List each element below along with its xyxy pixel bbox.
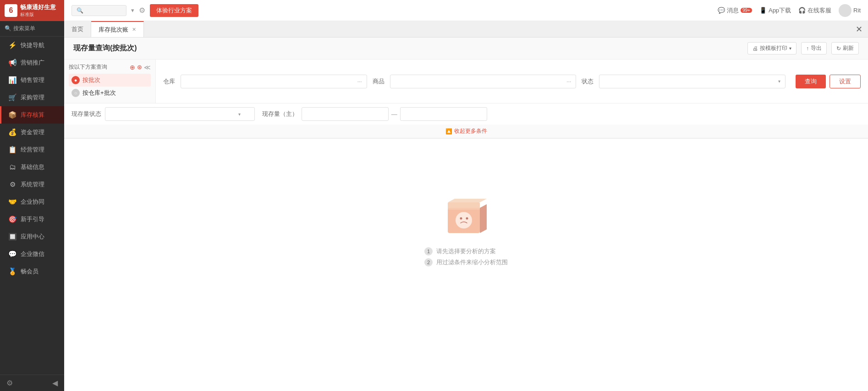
messages-button[interactable]: 💬 消息 99+ [718, 6, 752, 15]
sidebar-item-purchase[interactable]: 🛒 采购管理 [0, 89, 64, 106]
collapse-bar[interactable]: 🔼 收起更多条件 [64, 125, 868, 138]
tab-close-icon[interactable]: ✕ [132, 27, 136, 33]
topbar-search-icon: 🔍 [77, 7, 83, 14]
phone-icon: 📱 [759, 7, 767, 14]
sidebar-item-appstore[interactable]: 🔲 应用中心 [0, 228, 64, 245]
empty-hints: 1 请先选择要分析的方案 2 用过滤条件来缩小分析范围 [424, 247, 508, 266]
tab-bar: 首页 库存批次账 ✕ ✕ [64, 21, 868, 38]
topbar-settings-icon[interactable]: ⚙ [139, 6, 145, 15]
collapse-scheme-button[interactable]: ≪ [144, 64, 151, 71]
print-icon: 🖨 [753, 45, 758, 52]
filter-group-stock-status: 现存量状态 ▾ [71, 107, 255, 121]
appstore-icon: 🔲 [8, 233, 17, 241]
user-profile-button[interactable]: Rit [839, 4, 861, 17]
enterprise-icon: 🤝 [8, 198, 17, 206]
warehouse-input[interactable]: ··· [181, 75, 367, 88]
scheme-item-warehouse-batch[interactable]: ○ 按仓库+批次 [69, 87, 151, 99]
filter-group-goods: 商品 ··· [373, 75, 577, 88]
export-button[interactable]: ↑ 导出 [801, 42, 827, 54]
sidebar-item-wechat[interactable]: 💬 企业微信 [0, 245, 64, 263]
industry-solution-button[interactable]: 体验行业方案 [150, 4, 198, 17]
sidebar-item-operation[interactable]: 📋 经营管理 [0, 141, 64, 158]
filter-row-1: 按以下方案查询 ⊕ ⊛ ≪ ● 按批次 ○ 按仓库+批次 [64, 60, 868, 103]
settings-button[interactable]: 设置 [830, 75, 861, 88]
topbar-dropdown-icon[interactable]: ▾ [131, 7, 134, 14]
scheme-settings-icon[interactable]: ⊛ [137, 64, 142, 71]
online-service-button[interactable]: 🎧 在线客服 [798, 6, 831, 15]
topbar-search-bar[interactable]: 🔍 [71, 5, 126, 16]
goods-more-icon[interactable]: ··· [566, 78, 571, 85]
svg-point-4 [456, 212, 472, 228]
stock-qty-to-input[interactable] [400, 107, 487, 121]
sidebar-item-label: 销售管理 [21, 76, 44, 84]
system-icon: ⚙ [8, 180, 17, 189]
sidebar-item-marketing[interactable]: 📢 营销推广 [0, 54, 64, 71]
tab-home[interactable]: 首页 [64, 21, 91, 37]
empty-hint-2: 2 用过滤条件来缩小分析范围 [424, 258, 508, 266]
scheme-inactive-icon: ○ [71, 89, 80, 97]
print-button[interactable]: 🖨 按模板打印 ▾ [747, 42, 797, 54]
goods-input[interactable]: ··· [390, 75, 577, 88]
svg-marker-2 [480, 204, 487, 233]
query-button[interactable]: 查询 [796, 75, 826, 88]
tab-home-label: 首页 [71, 25, 83, 33]
page-header: 现存量查询(按批次) 🖨 按模板打印 ▾ ↑ 导出 ↻ 刷新 [64, 38, 868, 60]
scheme-item-batch[interactable]: ● 按批次 [69, 74, 151, 87]
messages-badge: 99+ [741, 8, 752, 13]
scheme-label-batch: 按批次 [82, 76, 100, 84]
sidebar-item-finance[interactable]: 💰 资金管理 [0, 124, 64, 141]
topbar: 🔍 ▾ ⚙ 体验行业方案 💬 消息 99+ 📱 App下载 🎧 在线客服 [64, 0, 868, 21]
sidebar-item-label: 库存核算 [21, 111, 44, 119]
search-icon: 🔍 [5, 25, 11, 32]
filter-group-warehouse: 仓库 ··· [163, 75, 367, 88]
warehouse-more-icon[interactable]: ··· [357, 78, 362, 85]
status-select[interactable]: ▾ [599, 75, 786, 88]
page-title: 现存量查询(按批次) [73, 43, 137, 53]
sidebar-item-inventory[interactable]: 📦 库存核算 [0, 106, 64, 124]
sidebar-item-label: 畅会员 [21, 267, 38, 276]
brand-edition: 标准版 [20, 11, 56, 17]
stock-qty-range: — [302, 107, 487, 121]
sidebar-search[interactable]: 🔍 搜索菜单 [0, 21, 64, 37]
app-download-button[interactable]: 📱 App下载 [759, 6, 791, 15]
sidebar-item-label: 系统管理 [21, 180, 44, 189]
wechat-icon: 💬 [8, 250, 17, 258]
stock-status-select[interactable]: ▾ [105, 107, 255, 121]
collapse-sidebar-icon[interactable]: ◀ [52, 379, 58, 387]
svg-rect-1 [448, 202, 480, 210]
sidebar-item-label: 企业微信 [21, 250, 44, 258]
stock-qty-label: 现存量（主） [262, 110, 298, 118]
print-dropdown-icon[interactable]: ▾ [789, 46, 791, 51]
range-separator: — [391, 111, 397, 118]
status-label: 状态 [582, 77, 595, 86]
settings-icon[interactable]: ⚙ [6, 379, 13, 387]
sidebar-item-label: 企业协同 [21, 198, 44, 206]
stock-qty-from-input[interactable] [302, 107, 389, 121]
sidebar-item-system[interactable]: ⚙ 系统管理 [0, 176, 64, 193]
tab-inventory-batch[interactable]: 库存批次账 ✕ [91, 21, 144, 37]
refresh-button[interactable]: ↻ 刷新 [831, 42, 859, 54]
tab-panel-close-button[interactable]: ✕ [850, 21, 868, 37]
svg-point-6 [466, 217, 468, 220]
sidebar-item-vip[interactable]: 🏅 畅会员 [0, 263, 64, 280]
scheme-title-label: 按以下方案查询 [69, 63, 107, 71]
marketing-icon: 📢 [8, 59, 17, 67]
shortcut-icon: ⚡ [8, 41, 17, 49]
sidebar-item-label: 应用中心 [21, 233, 44, 241]
operation-icon: 📋 [8, 146, 17, 154]
sidebar-item-enterprise[interactable]: 🤝 企业协同 [0, 193, 64, 211]
add-scheme-button[interactable]: ⊕ [130, 64, 135, 71]
main-area: 🔍 ▾ ⚙ 体验行业方案 💬 消息 99+ 📱 App下载 🎧 在线客服 [64, 0, 868, 391]
purchase-icon: 🛒 [8, 93, 17, 102]
sidebar-item-label: 基础信息 [21, 163, 44, 171]
sidebar-item-shortcut[interactable]: ⚡ 快捷导航 [0, 37, 64, 54]
sidebar-item-basic[interactable]: 🗂 基础信息 [0, 158, 64, 176]
topbar-right: 💬 消息 99+ 📱 App下载 🎧 在线客服 Rit [718, 4, 861, 17]
newbie-icon: 🎯 [8, 215, 17, 223]
sales-icon: 📊 [8, 76, 17, 84]
sidebar-item-sales[interactable]: 📊 销售管理 [0, 71, 64, 89]
filter-scheme-header: 按以下方案查询 ⊕ ⊛ ≪ [69, 63, 151, 71]
collapse-label: 收起更多条件 [454, 127, 487, 135]
basic-icon: 🗂 [8, 163, 17, 171]
sidebar-item-newbie[interactable]: 🎯 新手引导 [0, 211, 64, 228]
